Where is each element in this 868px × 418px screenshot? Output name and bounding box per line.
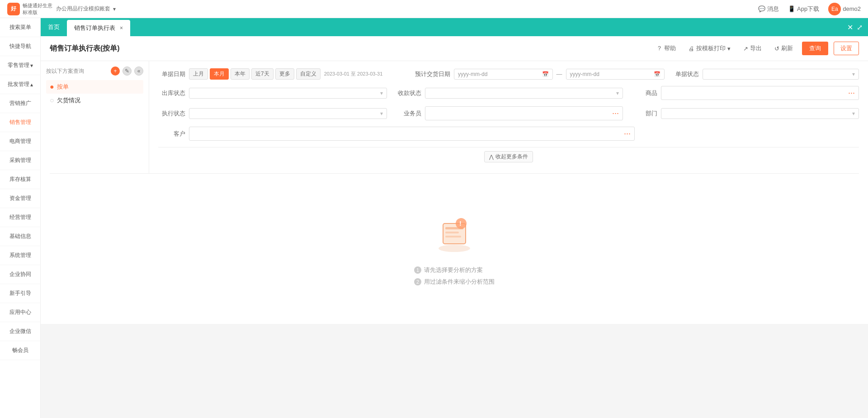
help-icon: ？ bbox=[656, 44, 662, 52]
date-btn-7days[interactable]: 近7天 bbox=[251, 68, 274, 80]
payment-dropdown-icon: ▾ bbox=[616, 90, 619, 96]
page-inner: 销售订单执行表(按单) ？ 帮助 🖨 按模板打印 ▾ ↗ bbox=[41, 36, 868, 324]
plan-item-by-order[interactable]: ● 按单 bbox=[46, 80, 143, 94]
sidebar-item-ecommerce[interactable]: 电商管理 bbox=[0, 132, 40, 151]
date-btn-this-month[interactable]: 本月 bbox=[210, 68, 229, 80]
filter-exec: 执行状态 ▾ bbox=[158, 108, 387, 119]
sidebar-item-wholesale[interactable]: 批发管理 ▴ bbox=[0, 75, 40, 94]
top-bar: 好 畅捷通好生意 标准版 办公用品行业模拟账套 ▾ 💬 消息 📱 App下载 E… bbox=[0, 0, 868, 18]
expand-icon[interactable]: ⤢ bbox=[857, 23, 863, 32]
exec-select[interactable]: ▾ bbox=[189, 108, 387, 119]
forecast-date-label: 预计交货日期 bbox=[415, 70, 450, 78]
user-profile[interactable]: Ea demo2 bbox=[828, 3, 861, 15]
chevron-down-icon: ▾ bbox=[30, 62, 33, 69]
filter-left-panel: 按以下方案查询 + ✎ « ● 按单 ○ bbox=[41, 61, 149, 173]
collapse-button[interactable]: ⋀ 收起更多条件 bbox=[484, 151, 533, 162]
calendar-icon: 📅 bbox=[542, 71, 549, 77]
app-download-button[interactable]: 📱 App下载 bbox=[788, 5, 819, 13]
sidebar-item-search[interactable]: 搜索菜单 bbox=[0, 18, 40, 37]
date-separator: — bbox=[555, 71, 564, 77]
refresh-button[interactable]: ↺ 刷新 bbox=[771, 43, 797, 54]
tab-bar: 首页 销售订单执行表 × ✕ ⤢ bbox=[41, 18, 868, 36]
forecast-date-end[interactable]: yyyy-mm-dd 📅 bbox=[566, 69, 665, 80]
export-icon: ↗ bbox=[743, 45, 748, 52]
sidebar-item-enterprise[interactable]: 企业协同 bbox=[0, 265, 40, 284]
search-menu-label: 搜索菜单 bbox=[3, 24, 38, 31]
svg-rect-3 bbox=[445, 232, 459, 233]
sidebar-item-basicinfo[interactable]: 基础信息 bbox=[0, 227, 40, 246]
date-btn-last-month[interactable]: 上月 bbox=[189, 68, 208, 80]
chevron-up-icon: ▴ bbox=[30, 81, 33, 88]
sidebar-item-appcenter[interactable]: 应用中心 bbox=[0, 303, 40, 322]
plan-item-backorder[interactable]: ○ 欠货情况 bbox=[46, 94, 143, 107]
sidebar-item-quicknav[interactable]: 快捷导航 bbox=[0, 37, 40, 56]
date-btn-custom[interactable]: 自定义 bbox=[296, 68, 321, 80]
payment-select[interactable]: ▾ bbox=[425, 88, 623, 99]
filter-panel-title: 按以下方案查询 + ✎ « bbox=[46, 66, 143, 76]
sidebar-item-finance[interactable]: 资金管理 bbox=[0, 189, 40, 208]
status-select[interactable]: ▾ bbox=[703, 69, 859, 80]
avatar: Ea bbox=[828, 3, 841, 15]
tab-active[interactable]: 销售订单执行表 × bbox=[67, 20, 130, 36]
tab-expand-area: ✕ ⤢ bbox=[842, 18, 868, 36]
filter-row-2: 出库状态 ▾ 收款状态 ▾ bbox=[158, 86, 859, 100]
sidebar-item-sales[interactable]: 销售管理 bbox=[0, 113, 40, 132]
logo-area: 好 畅捷通好生意 标准版 bbox=[7, 2, 52, 15]
filter-row-4: 客户 ··· bbox=[158, 127, 859, 141]
edit-plan-button[interactable]: ✎ bbox=[123, 66, 132, 76]
dept-dropdown-icon: ▾ bbox=[852, 110, 855, 117]
print-button[interactable]: 🖨 按模板打印 ▾ bbox=[685, 43, 734, 54]
export-button[interactable]: ↗ 导出 bbox=[740, 43, 765, 54]
filter-row-1: 单据日期 上月 本月 本年 近7天 更多 自定义 bbox=[158, 68, 859, 80]
filter-dept: 部门 ▾ bbox=[630, 108, 859, 119]
top-bar-left: 好 畅捷通好生意 标准版 办公用品行业模拟账套 ▾ bbox=[7, 2, 116, 15]
page-content: 销售订单执行表(按单) ？ 帮助 🖨 按模板打印 ▾ ↗ bbox=[41, 36, 868, 418]
tip-num-1: 1 bbox=[414, 266, 421, 274]
dept-select[interactable]: ▾ bbox=[661, 108, 859, 119]
logo-text: 畅捷通好生意 标准版 bbox=[23, 2, 52, 15]
query-button[interactable]: 查询 bbox=[802, 42, 828, 55]
add-plan-button[interactable]: + bbox=[111, 66, 120, 76]
header-actions: ？ 帮助 🖨 按模板打印 ▾ ↗ 导出 ↺ bbox=[653, 42, 859, 55]
tab-close-button[interactable]: × bbox=[120, 25, 123, 31]
sidebar-item-wechat[interactable]: 企业微信 bbox=[0, 322, 40, 341]
print-icon: 🖨 bbox=[689, 45, 694, 52]
outstock-label: 出库状态 bbox=[158, 89, 185, 97]
sidebar-item-inventory[interactable]: 库存核算 bbox=[0, 170, 40, 189]
content-area: 首页 销售订单执行表 × ✕ ⤢ 销售订单执行表(按单) ？ bbox=[41, 18, 868, 418]
help-button[interactable]: ？ 帮助 bbox=[653, 43, 679, 54]
forecast-date-control: yyyy-mm-dd 📅 — yyyy-mm-dd 📅 bbox=[454, 69, 665, 80]
sidebar-item-member[interactable]: 畅会员 bbox=[0, 341, 40, 360]
sidebar-item-purchase[interactable]: 采购管理 bbox=[0, 151, 40, 170]
sidebar-item-operations[interactable]: 经营管理 bbox=[0, 208, 40, 227]
sidebar-item-system[interactable]: 系统管理 bbox=[0, 246, 40, 265]
salesman-more-icon: ··· bbox=[612, 109, 619, 118]
sidebar-item-newbie[interactable]: 新手引导 bbox=[0, 284, 40, 303]
forecast-date-start[interactable]: yyyy-mm-dd 📅 bbox=[454, 69, 553, 80]
messages-button[interactable]: 💬 消息 bbox=[758, 5, 779, 13]
filter-outstock: 出库状态 ▾ bbox=[158, 88, 387, 99]
date-btn-more[interactable]: 更多 bbox=[275, 68, 294, 80]
sidebar-item-retail[interactable]: 零售管理 ▾ bbox=[0, 56, 40, 75]
salesman-select[interactable]: ··· bbox=[425, 106, 623, 120]
date-btn-this-year[interactable]: 本年 bbox=[231, 68, 250, 80]
dept-label: 部门 bbox=[630, 109, 657, 118]
exec-dropdown-icon: ▾ bbox=[380, 110, 383, 117]
customer-more-icon: ··· bbox=[624, 129, 631, 138]
date-label: 单据日期 bbox=[158, 70, 185, 78]
sidebar: 搜索菜单 快捷导航 零售管理 ▾ 批发管理 ▴ 营销推广 销售管理 电商管理 采… bbox=[0, 18, 41, 418]
filter-product: 商品 ··· bbox=[630, 86, 859, 100]
empty-illustration: ! bbox=[432, 210, 477, 255]
tab-home[interactable]: 首页 bbox=[41, 18, 67, 36]
outstock-select[interactable]: ▾ bbox=[189, 88, 387, 99]
customer-select[interactable]: ··· bbox=[189, 127, 635, 141]
sidebar-item-marketing[interactable]: 营销推广 bbox=[0, 94, 40, 113]
settings-button[interactable]: 设置 bbox=[834, 42, 859, 55]
collapse-panel-button[interactable]: « bbox=[134, 66, 143, 76]
product-select[interactable]: ··· bbox=[661, 86, 859, 100]
filter-status: 单据状态 ▾ bbox=[672, 69, 859, 80]
app-selector[interactable]: 办公用品行业模拟账套 ▾ bbox=[56, 5, 116, 13]
close-window-icon[interactable]: ✕ bbox=[847, 23, 853, 32]
message-icon: 💬 bbox=[758, 5, 765, 12]
date-range-text: 2023-03-01 至 2023-03-31 bbox=[324, 71, 383, 77]
